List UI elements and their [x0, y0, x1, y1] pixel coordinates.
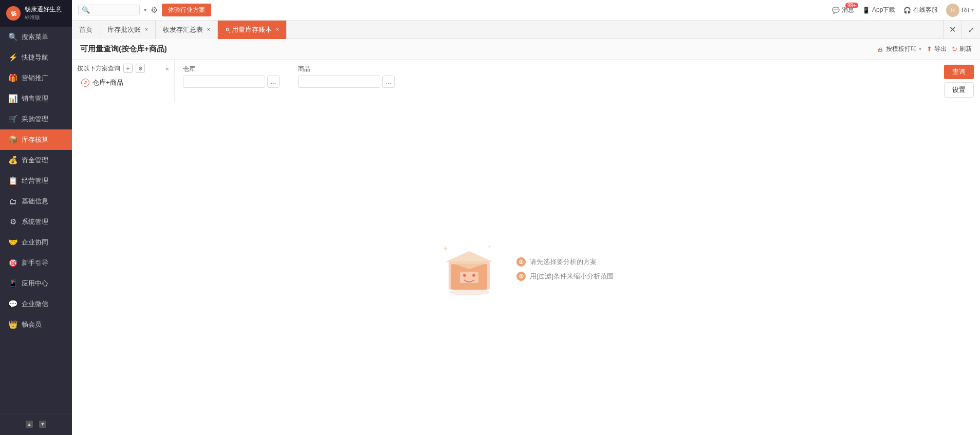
sidebar-item-operation[interactable]: 📋 经营管理: [0, 171, 72, 191]
user-info[interactable]: R Rit ▾: [946, 4, 974, 17]
add-scheme-button[interactable]: +: [123, 64, 133, 73]
filter-fields: 仓库 ... 商品 ...: [175, 60, 938, 103]
empty-hint-1: ① 请先选择要分析的方案: [516, 257, 614, 267]
refresh-button[interactable]: ↻ 刷新: [952, 45, 972, 53]
user-name: Rit: [961, 7, 969, 14]
main-area: 🔍 ▾ ⚙ 体验行业方案 💬 消息 99+ 📱 App下载 🎧 在线客服 R: [72, 0, 980, 435]
sidebar-item-app-center[interactable]: 📱 应用中心: [0, 273, 72, 294]
settings-button[interactable]: 设置: [944, 82, 974, 98]
scheme-item-warehouse-goods[interactable]: ↺ 仓库+商品: [77, 76, 169, 89]
export-button[interactable]: ⬆ 导出: [927, 45, 947, 53]
warehouse-label: 仓库: [183, 65, 286, 73]
empty-text: ① 请先选择要分析的方案 ② 用[过滤]条件来缩小分析范围: [516, 257, 614, 281]
wechat-icon: 💬: [8, 299, 17, 309]
customer-service-button[interactable]: 🎧 在线客服: [903, 6, 938, 14]
filter-area: 按以下方案查询 + ⚙ « ↺ 仓库+商品 仓库 ...: [72, 60, 980, 103]
warehouse-input[interactable]: [183, 75, 265, 88]
search-icon: 🔍: [8, 32, 17, 42]
tab-receive-summary[interactable]: 收发存汇总表 ×: [156, 21, 218, 39]
sidebar-item-member[interactable]: 👑 畅会员: [0, 314, 72, 335]
tab-batch-ledger-label: 库存批次账: [107, 25, 141, 34]
tab-home-label: 首页: [79, 25, 93, 34]
page-header: 可用量查询(按仓库+商品) 🖨 按模板打印 ▾ ⬆ 导出 ↻ 刷新: [72, 39, 980, 60]
sidebar-item-label: 企业协同: [22, 238, 48, 247]
sales-icon: 📊: [8, 94, 17, 103]
template-print-button[interactable]: 🖨 按模板打印 ▾: [877, 45, 921, 53]
messages-badge: 99+: [845, 3, 858, 8]
basic-icon: 🗂: [8, 197, 17, 206]
collapse-panel-icon[interactable]: «: [165, 65, 169, 72]
sidebar-item-label: 新手引导: [22, 258, 48, 268]
sidebar-item-sales[interactable]: 📊 销售管理: [0, 88, 72, 109]
tab-home[interactable]: 首页: [72, 21, 100, 39]
print-dropdown-icon[interactable]: ▾: [919, 46, 921, 52]
search-dropdown-icon[interactable]: ▾: [144, 7, 146, 13]
scheme-item-label: 仓库+商品: [93, 78, 123, 87]
refresh-icon: ↻: [952, 45, 957, 53]
sidebar-item-label: 库存核算: [22, 135, 48, 144]
tab-receive-summary-label: 收发存汇总表: [163, 25, 203, 34]
tabs-close-all-button[interactable]: ✕: [943, 21, 961, 39]
tabs-expand-button[interactable]: ⤢: [961, 21, 980, 39]
goods-input[interactable]: [298, 75, 380, 88]
sidebar-item-label: 企业微信: [22, 299, 48, 309]
filter-scheme-header: 按以下方案查询 + ⚙ «: [77, 64, 169, 73]
member-icon: 👑: [8, 320, 17, 329]
guide-icon: 🎯: [8, 258, 17, 268]
tab-batch-ledger-close[interactable]: ×: [145, 27, 148, 32]
empty-hint-2: ② 用[过滤]条件来缩小分析范围: [516, 272, 614, 281]
sidebar-item-label: 采购管理: [22, 115, 48, 124]
sidebar-nav: 🔍 搜索菜单 ⚡ 快捷导航 🎁 营销推广 📊 销售管理 🛒 采购管理 📦 库存核…: [0, 27, 72, 413]
sidebar-item-guide[interactable]: 🎯 新手引导: [0, 253, 72, 273]
sidebar-item-label: 搜索菜单: [22, 32, 48, 42]
search-input[interactable]: [92, 7, 133, 14]
tab-available-ledger[interactable]: 可用量库存账本 ×: [218, 21, 287, 39]
quick-nav-icon: ⚡: [8, 53, 17, 62]
svg-rect-3: [460, 272, 478, 283]
page-header-actions: 🖨 按模板打印 ▾ ⬆ 导出 ↻ 刷新: [877, 45, 972, 53]
tab-receive-summary-close[interactable]: ×: [207, 27, 210, 32]
topbar-search-box[interactable]: 🔍: [78, 5, 140, 15]
warehouse-more-button[interactable]: ...: [267, 75, 280, 88]
svg-point-5: [472, 274, 475, 277]
filter-actions: 查询 设置: [938, 60, 980, 103]
message-icon: 💬: [832, 7, 840, 14]
sidebar-item-search[interactable]: 🔍 搜索菜单: [0, 27, 72, 47]
sidebar-item-inventory[interactable]: 📦 库存核算: [0, 129, 72, 150]
user-dropdown-icon[interactable]: ▾: [971, 7, 974, 13]
settings-scheme-button[interactable]: ⚙: [136, 64, 145, 73]
svg-text:✦: ✦: [442, 244, 449, 253]
sidebar-item-label: 经营管理: [22, 176, 48, 185]
sidebar-item-wechat[interactable]: 💬 企业微信: [0, 294, 72, 314]
sidebar-item-label: 基础信息: [22, 197, 48, 206]
svg-point-4: [463, 274, 466, 277]
sidebar: 畅 畅康通好生意 标准版 🔍 搜索菜单 ⚡ 快捷导航 🎁 营销推广 📊 销售管理…: [0, 0, 72, 435]
sidebar-item-label: 应用中心: [22, 279, 48, 288]
sidebar-item-system[interactable]: ⚙ 系统管理: [0, 212, 72, 232]
sidebar-item-quick-nav[interactable]: ⚡ 快捷导航: [0, 47, 72, 68]
sidebar-item-finance[interactable]: 💰 资金管理: [0, 150, 72, 171]
svg-text:✦: ✦: [487, 244, 491, 250]
sidebar-item-label: 畅会员: [22, 320, 42, 329]
sidebar-item-marketing[interactable]: 🎁 营销推广: [0, 68, 72, 88]
goods-field: 商品 ...: [298, 65, 401, 88]
sidebar-item-enterprise[interactable]: 🤝 企业协同: [0, 232, 72, 253]
gear-icon[interactable]: ⚙: [151, 5, 158, 15]
messages-button[interactable]: 💬 消息 99+: [832, 6, 854, 14]
sidebar-scroll-up[interactable]: ▲: [26, 421, 33, 428]
app-download-button[interactable]: 📱 App下载: [862, 6, 895, 14]
tab-available-ledger-close[interactable]: ×: [276, 27, 279, 32]
sidebar-item-purchase[interactable]: 🛒 采购管理: [0, 109, 72, 129]
purchase-icon: 🛒: [8, 115, 17, 124]
sidebar-item-label: 资金管理: [22, 156, 48, 165]
goods-more-button[interactable]: ...: [382, 75, 395, 88]
avatar-text: R: [951, 7, 955, 13]
search-icon: 🔍: [82, 6, 90, 14]
sidebar-item-label: 快捷导航: [22, 53, 48, 62]
tab-batch-ledger[interactable]: 库存批次账 ×: [100, 21, 156, 39]
sidebar-scroll-down[interactable]: ▼: [39, 421, 46, 428]
industry-solution-button[interactable]: 体验行业方案: [162, 4, 211, 16]
goods-label: 商品: [298, 65, 401, 73]
query-button[interactable]: 查询: [944, 65, 974, 79]
sidebar-item-basic[interactable]: 🗂 基础信息: [0, 191, 72, 212]
